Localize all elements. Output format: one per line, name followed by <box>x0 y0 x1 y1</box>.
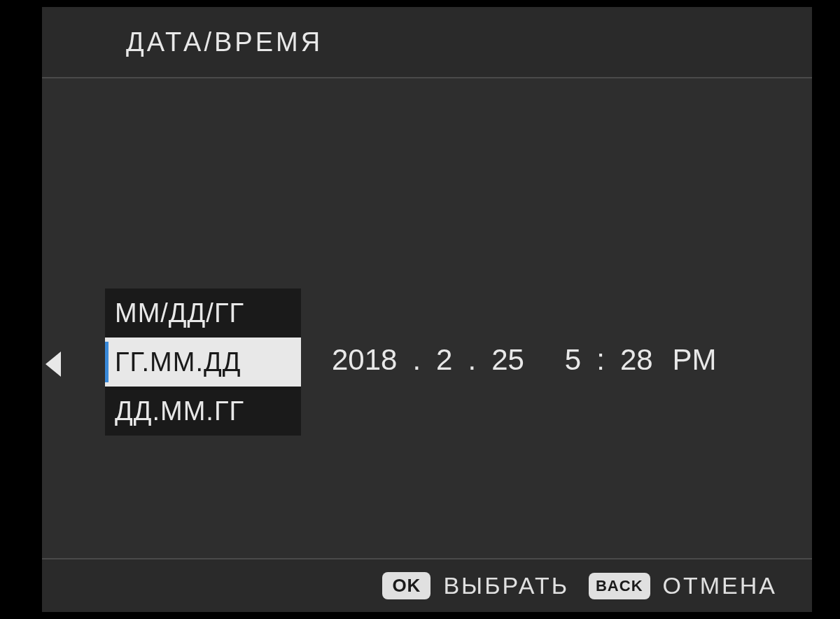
title-bar: ДАТА/ВРЕМЯ <box>42 7 812 77</box>
ok-action[interactable]: OK ВЫБРАТЬ <box>382 572 569 599</box>
selection-indicator <box>105 342 108 382</box>
camera-menu-screen: ДАТА/ВРЕМЯ ММ/ДД/ГГ ГГ.ММ.ДД ДД.ММ.ГГ 20… <box>42 7 812 612</box>
format-option-label: ГГ.ММ.ДД <box>115 347 241 377</box>
month-field[interactable]: 2 <box>426 338 462 382</box>
date-separator: . <box>462 343 482 377</box>
back-action[interactable]: BACK ОТМЕНА <box>589 572 777 599</box>
day-field[interactable]: 25 <box>482 338 534 382</box>
ampm-field[interactable]: PM <box>663 338 727 382</box>
format-option-label: ММ/ДД/ГГ <box>115 298 244 328</box>
time-separator: : <box>591 343 610 377</box>
format-option-ddmmyy[interactable]: ДД.ММ.ГГ <box>105 387 301 436</box>
footer-bar: OK ВЫБРАТЬ BACK ОТМЕНА <box>42 559 812 612</box>
back-label: ОТМЕНА <box>663 572 777 599</box>
ok-label: ВЫБРАТЬ <box>443 572 569 599</box>
ok-badge: OK <box>382 572 430 599</box>
date-separator: . <box>407 343 426 377</box>
datetime-display: 2018 . 2 . 25 5 : 28 PM <box>322 338 727 382</box>
arrow-left-icon[interactable] <box>46 352 61 377</box>
back-badge: BACK <box>589 573 650 599</box>
date-format-picker[interactable]: ММ/ДД/ГГ ГГ.ММ.ДД ДД.ММ.ГГ <box>105 288 301 436</box>
format-option-yymmdd[interactable]: ГГ.ММ.ДД <box>105 338 301 387</box>
minute-field[interactable]: 28 <box>610 338 663 382</box>
hour-field[interactable]: 5 <box>555 338 591 382</box>
year-field[interactable]: 2018 <box>322 338 407 382</box>
format-option-label: ДД.ММ.ГГ <box>115 396 244 426</box>
content-area: ММ/ДД/ГГ ГГ.ММ.ДД ДД.ММ.ГГ 2018 . 2 . 25… <box>42 78 812 558</box>
format-option-mmddyy[interactable]: ММ/ДД/ГГ <box>105 288 301 338</box>
page-title: ДАТА/ВРЕМЯ <box>126 27 323 57</box>
